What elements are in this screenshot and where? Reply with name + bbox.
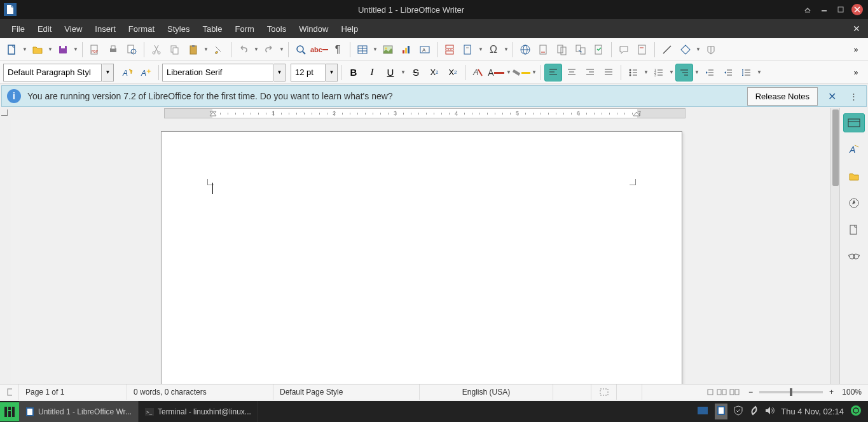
vertical-scrollbar[interactable] bbox=[830, 108, 839, 384]
clear-formatting-button[interactable]: A bbox=[469, 64, 486, 81]
language-status[interactable]: English (USA) bbox=[420, 384, 553, 400]
redo-button[interactable] bbox=[260, 41, 278, 59]
numbered-dropdown[interactable]: ▼ bbox=[668, 69, 675, 75]
paste-dropdown[interactable]: ▼ bbox=[203, 46, 209, 52]
selection-mode-status[interactable] bbox=[591, 384, 617, 400]
undo-dropdown[interactable]: ▼ bbox=[253, 46, 259, 52]
volume-tray-icon[interactable] bbox=[764, 406, 775, 417]
basic-shapes-button[interactable] bbox=[677, 41, 694, 59]
menu-file[interactable]: File bbox=[5, 21, 31, 37]
minimize-button[interactable] bbox=[818, 4, 830, 15]
print-button[interactable] bbox=[104, 41, 122, 59]
sidebar-style-inspector-button[interactable] bbox=[843, 247, 865, 266]
insert-table-button[interactable] bbox=[354, 41, 371, 59]
justify-button[interactable] bbox=[600, 64, 617, 81]
strikethrough-button[interactable]: S bbox=[407, 64, 425, 81]
more-formatting-button[interactable]: » bbox=[847, 64, 865, 81]
taskbar-terminal-button[interactable]: >_ Terminal - linuxhint@linux... bbox=[139, 401, 258, 422]
sidebar-styles-button[interactable]: A bbox=[843, 140, 865, 159]
menu-styles[interactable]: Styles bbox=[161, 21, 196, 37]
close-doc-button[interactable]: ✕ bbox=[850, 21, 863, 36]
draw-functions-button[interactable] bbox=[702, 41, 720, 59]
clone-formatting-button[interactable] bbox=[210, 41, 228, 59]
underline-dropdown[interactable]: ▼ bbox=[400, 69, 406, 75]
comment-button[interactable] bbox=[615, 41, 633, 59]
menu-view[interactable]: View bbox=[58, 21, 88, 37]
italic-button[interactable]: I bbox=[363, 64, 381, 81]
bullet-dropdown[interactable]: ▼ bbox=[643, 69, 649, 75]
vertical-ruler[interactable] bbox=[0, 108, 11, 384]
save-status-icon[interactable] bbox=[0, 384, 19, 400]
shapes-dropdown[interactable]: ▼ bbox=[695, 46, 701, 52]
menu-window[interactable]: Window bbox=[293, 21, 334, 37]
numbered-list-button[interactable]: 123 bbox=[650, 64, 668, 81]
insert-mode-status[interactable] bbox=[553, 384, 591, 400]
update-style-button[interactable]: A bbox=[119, 64, 137, 81]
align-center-button[interactable] bbox=[563, 64, 581, 81]
menu-table[interactable]: Table bbox=[196, 21, 228, 37]
align-right-button[interactable] bbox=[581, 64, 599, 81]
update-tray-icon[interactable] bbox=[850, 405, 862, 418]
paragraph-style-combo[interactable]: Default Paragraph Styl bbox=[3, 64, 102, 81]
superscript-button[interactable]: X2 bbox=[425, 64, 443, 81]
line-spacing-dropdown[interactable]: ▼ bbox=[756, 69, 762, 75]
save-dropdown[interactable]: ▼ bbox=[72, 46, 79, 52]
highlight-dropdown[interactable]: ▼ bbox=[531, 69, 537, 75]
cut-button[interactable] bbox=[148, 41, 165, 59]
save-button[interactable] bbox=[54, 41, 72, 59]
taskbar-writer-button[interactable]: Untitled 1 - LibreOffice Wr... bbox=[19, 401, 139, 422]
open-button[interactable] bbox=[29, 41, 46, 59]
insert-bookmark-button[interactable] bbox=[553, 41, 571, 59]
maximize-button[interactable] bbox=[835, 4, 846, 15]
font-size-combo[interactable]: 12 pt bbox=[291, 64, 326, 81]
new-button[interactable] bbox=[3, 41, 21, 59]
bold-button[interactable]: B bbox=[345, 64, 362, 81]
decrease-indent-button[interactable] bbox=[719, 64, 737, 81]
copy-button[interactable] bbox=[166, 41, 184, 59]
spellcheck-button[interactable]: abc bbox=[310, 41, 328, 59]
close-button[interactable] bbox=[851, 4, 863, 15]
insert-chart-button[interactable] bbox=[397, 41, 415, 59]
horizontal-ruler[interactable]: 1234567 bbox=[11, 108, 830, 120]
font-name-dropdown[interactable]: ▼ bbox=[274, 64, 286, 81]
info-close-button[interactable]: ✕ bbox=[824, 88, 839, 104]
sidebar-gallery-button[interactable] bbox=[843, 167, 865, 186]
menu-edit[interactable]: Edit bbox=[31, 21, 58, 37]
increase-indent-button[interactable] bbox=[701, 64, 719, 81]
menu-form[interactable]: Form bbox=[228, 21, 260, 37]
table-dropdown[interactable]: ▼ bbox=[372, 46, 378, 52]
font-size-dropdown[interactable]: ▼ bbox=[326, 64, 338, 81]
word-count-status[interactable]: 0 words, 0 characters bbox=[127, 384, 273, 400]
more-toolbar-button[interactable]: » bbox=[847, 41, 865, 59]
writer-tray-icon[interactable] bbox=[715, 404, 727, 419]
insert-symbol-button[interactable]: Ω bbox=[485, 41, 502, 59]
redo-dropdown[interactable]: ▼ bbox=[279, 46, 285, 52]
shield-tray-icon[interactable] bbox=[734, 405, 743, 418]
signature-status[interactable] bbox=[617, 384, 642, 400]
menu-format[interactable]: Format bbox=[122, 21, 161, 37]
zoom-out-button[interactable]: − bbox=[746, 384, 755, 400]
menu-tools[interactable]: Tools bbox=[261, 21, 293, 37]
paragraph-style-dropdown[interactable]: ▼ bbox=[102, 64, 114, 81]
open-dropdown[interactable]: ▼ bbox=[47, 46, 53, 52]
clipboard-tray-icon[interactable] bbox=[749, 405, 758, 418]
show-trackchanges-button[interactable] bbox=[633, 41, 651, 59]
menu-insert[interactable]: Insert bbox=[88, 21, 122, 37]
clock-tray[interactable]: Thu 4 Nov, 02:14 bbox=[781, 407, 844, 416]
print-preview-button[interactable] bbox=[123, 41, 141, 59]
align-left-button[interactable] bbox=[544, 64, 562, 81]
new-style-button[interactable]: A bbox=[137, 64, 155, 81]
insert-crossref-button[interactable] bbox=[572, 41, 589, 59]
line-button[interactable] bbox=[658, 41, 676, 59]
underline-button[interactable]: U bbox=[382, 64, 399, 81]
insert-footnote-button[interactable] bbox=[535, 41, 553, 59]
font-color-button[interactable]: A bbox=[487, 64, 505, 81]
insert-field-button[interactable] bbox=[459, 41, 477, 59]
find-replace-button[interactable] bbox=[292, 41, 310, 59]
zoom-value[interactable]: 100% bbox=[836, 384, 868, 400]
document-canvas[interactable]: 1234567 bbox=[11, 108, 830, 384]
export-pdf-button[interactable]: PDF bbox=[86, 41, 104, 59]
insert-pagebreak-button[interactable] bbox=[441, 41, 458, 59]
insert-hyperlink-button[interactable] bbox=[516, 41, 534, 59]
infobar-menu-button[interactable]: ⋮ bbox=[846, 92, 861, 101]
